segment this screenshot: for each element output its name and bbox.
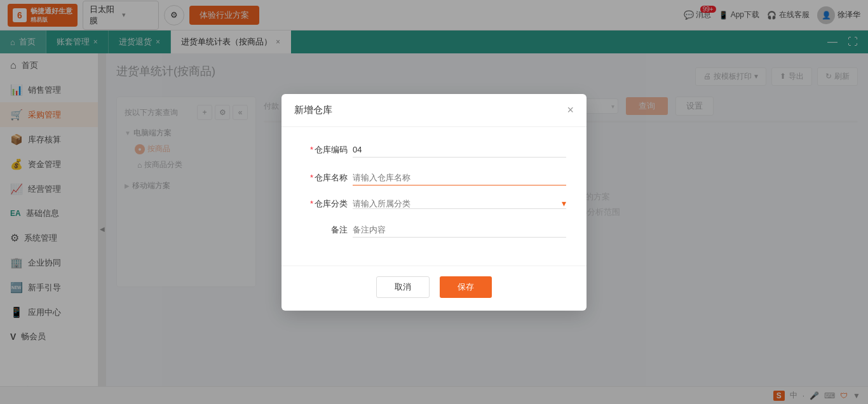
category-dropdown-icon: ▾ bbox=[562, 198, 566, 208]
remark-row: 备注 bbox=[302, 222, 566, 238]
remark-label: 备注 bbox=[302, 224, 353, 236]
warehouse-code-row: 仓库编码 bbox=[302, 142, 566, 158]
warehouse-name-row: 仓库名称 bbox=[302, 170, 566, 185]
warehouse-code-label: 仓库编码 bbox=[302, 144, 353, 156]
warehouse-name-label: 仓库名称 bbox=[302, 172, 353, 184]
modal-close-button[interactable]: × bbox=[567, 104, 574, 116]
warehouse-category-label: 仓库分类 bbox=[302, 198, 353, 210]
modal-body: 仓库编码 仓库名称 仓库分类 ▾ 备注 bbox=[281, 127, 587, 266]
modal-footer: 取消 保存 bbox=[281, 266, 587, 311]
warehouse-category-row: 仓库分类 ▾ bbox=[302, 198, 566, 210]
warehouse-name-input[interactable] bbox=[353, 170, 566, 185]
warehouse-code-input[interactable] bbox=[353, 142, 566, 158]
remark-input[interactable] bbox=[353, 222, 566, 238]
warehouse-category-input[interactable] bbox=[353, 199, 562, 208]
modal-header: 新增仓库 × bbox=[281, 94, 587, 127]
save-button[interactable]: 保存 bbox=[440, 276, 492, 298]
add-warehouse-modal: 新增仓库 × 仓库编码 仓库名称 仓库分类 ▾ bbox=[281, 94, 587, 311]
modal-backdrop: 新增仓库 × 仓库编码 仓库名称 仓库分类 ▾ bbox=[0, 0, 868, 404]
cancel-button[interactable]: 取消 bbox=[376, 276, 430, 298]
modal-title: 新增仓库 bbox=[294, 104, 332, 116]
warehouse-category-select-wrap[interactable]: ▾ bbox=[353, 198, 566, 209]
